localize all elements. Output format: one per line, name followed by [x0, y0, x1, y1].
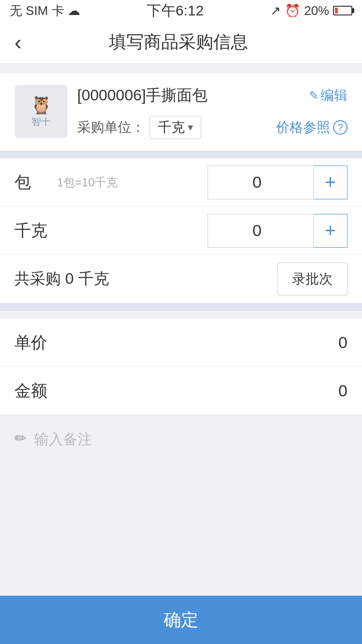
- edit-icon: ✎: [309, 89, 319, 102]
- location-icon: ↗: [270, 3, 281, 18]
- status-bar-left: 无 SIM 卡 ☁: [10, 2, 80, 19]
- pricing-section: 单价 0 金额 0: [0, 319, 362, 415]
- unit-price-value: 0: [338, 333, 348, 352]
- section-divider-2: [0, 303, 362, 311]
- content-area: [0, 473, 362, 608]
- product-card: 🦉 智十 [0000006]手撕面包 ✎ 编辑 采购单位： 千克 ▾ 价格参照 …: [0, 73, 362, 151]
- product-info: [0000006]手撕面包 ✎ 编辑 采购单位： 千克 ▾ 价格参照 ?: [77, 85, 348, 139]
- product-name: [0000006]手撕面包: [77, 85, 208, 106]
- bao-plus-button[interactable]: +: [314, 166, 348, 199]
- amount-label: 金额: [14, 380, 47, 402]
- kg-plus-button[interactable]: +: [314, 214, 348, 248]
- summary-row: 共采购 0 千克 录批次: [0, 255, 362, 303]
- unit-select[interactable]: 千克 ▾: [150, 116, 201, 139]
- bao-sublabel: 1包=10千克: [57, 175, 118, 190]
- unit-price-label: 单价: [14, 332, 47, 354]
- pencil-icon: ✏: [14, 430, 27, 447]
- amount-value: 0: [338, 381, 348, 400]
- edit-button[interactable]: ✎ 编辑: [309, 86, 348, 105]
- amount-row: 金额 0: [0, 367, 362, 415]
- battery-icon: [333, 6, 352, 15]
- batch-record-button[interactable]: 录批次: [277, 263, 348, 295]
- back-button[interactable]: ‹: [14, 30, 22, 55]
- page-title: 填写商品采购信息: [31, 30, 326, 54]
- confirm-button[interactable]: 确定: [0, 596, 362, 644]
- status-bar-time: 下午6:12: [147, 1, 204, 21]
- unit-label: 采购单位：: [77, 118, 145, 137]
- remark-section[interactable]: ✏ 输入备注: [0, 415, 362, 473]
- signal-text: 无 SIM 卡 ☁: [10, 2, 80, 19]
- unit-row: 采购单位： 千克 ▾: [77, 116, 201, 139]
- unit-price-row: 单价 0: [0, 319, 362, 367]
- kg-input-row: 千克 +: [0, 207, 362, 255]
- price-reference-link[interactable]: 价格参照 ?: [276, 118, 348, 137]
- battery-percent: 20%: [304, 3, 329, 18]
- section-divider-1: [0, 151, 362, 158]
- alarm-icon: ⏰: [285, 3, 300, 18]
- bao-label: 包: [14, 171, 53, 194]
- nav-bar: ‹ 填写商品采购信息: [0, 21, 362, 64]
- info-icon: ?: [333, 120, 348, 135]
- product-logo-icon: 🦉: [30, 95, 52, 115]
- status-bar-right: ↗ ⏰ 20%: [270, 3, 352, 18]
- remark-placeholder: 输入备注: [34, 430, 92, 449]
- product-image: 🦉 智十: [14, 85, 68, 138]
- summary-text: 共采购 0 千克: [14, 268, 109, 290]
- kg-quantity-input[interactable]: [208, 214, 314, 248]
- bao-input-row: 包 1包=10千克 +: [0, 158, 362, 207]
- status-bar: 无 SIM 卡 ☁ 下午6:12 ↗ ⏰ 20%: [0, 0, 362, 21]
- brand-text: 智十: [31, 115, 51, 128]
- kg-label: 千克: [14, 220, 53, 242]
- input-section: 包 1包=10千克 + 千克 + 共采购 0 千克 录批次: [0, 158, 362, 303]
- bao-quantity-input[interactable]: [208, 166, 314, 199]
- unit-value: 千克: [158, 118, 185, 137]
- chevron-down-icon: ▾: [188, 121, 193, 134]
